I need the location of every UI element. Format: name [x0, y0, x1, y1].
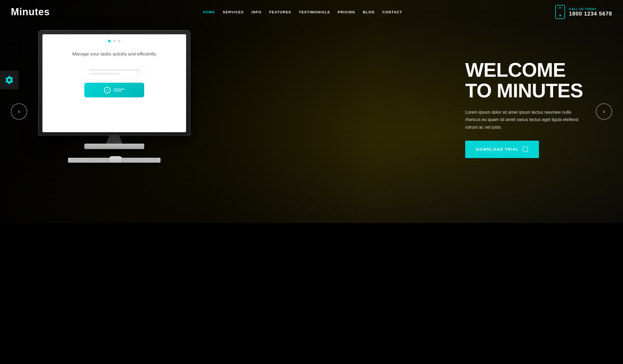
monitor-base-shadow	[79, 150, 150, 152]
phone-text-block: CALL US TODAY 1800 1234 5678	[569, 7, 612, 17]
hero-content: WELCOME TO MINUTES Lorem ipsum dolor sit…	[465, 60, 596, 158]
check-icon: ✓	[104, 87, 110, 93]
phone-number[interactable]: 1800 1234 5678	[569, 11, 612, 17]
btn-lines	[114, 89, 125, 91]
dot-inactive-1	[113, 40, 116, 42]
keyboard	[68, 158, 161, 163]
dot-active	[108, 40, 111, 42]
btn-line-1	[114, 89, 125, 90]
card-line-short	[89, 73, 119, 75]
monitor-neck	[106, 135, 122, 144]
download-arrow-icon: ↓	[523, 147, 528, 152]
monitor-outer: Manage your tasks quickly and efficientl…	[38, 30, 190, 163]
settings-button[interactable]	[0, 71, 18, 89]
hero-section: Minutes HOME SERVICES INFO FEATURES TEST…	[0, 0, 623, 223]
site-header: Minutes HOME SERVICES INFO FEATURES TEST…	[0, 0, 623, 24]
screen-tagline: Manage your tasks quickly and efficientl…	[72, 51, 156, 58]
btn-line-2	[114, 91, 122, 91]
hero-title-line1: WELCOME	[465, 59, 566, 81]
nav-item-info[interactable]: INFO	[251, 10, 261, 14]
chevron-right-icon: ›	[603, 108, 605, 115]
download-trial-button[interactable]: DOWNLOAD TRIAL ↓	[465, 141, 539, 158]
nav-item-contact[interactable]: CONTACT	[383, 10, 402, 14]
screen-dots	[108, 40, 121, 42]
keyboard-wrapper	[38, 152, 190, 163]
nav-item-blog[interactable]: BLOG	[363, 10, 375, 14]
phone-icon	[555, 5, 565, 19]
main-nav: HOME SERVICES INFO FEATURES TESTIMONIALS…	[203, 10, 402, 14]
phone-cta: CALL US TODAY 1800 1234 5678	[555, 5, 612, 19]
monitor-screen: Manage your tasks quickly and efficientl…	[42, 34, 186, 132]
hero-description: Lorem ipsum dolor sit amet ipsum lectus …	[465, 109, 579, 131]
hero-title: WELCOME TO MINUTES	[465, 60, 596, 101]
nav-item-pricing[interactable]: PRICING	[338, 10, 355, 14]
card-icon	[137, 71, 141, 75]
nav-item-features[interactable]: FEATURES	[269, 10, 291, 14]
dot-inactive-2	[118, 40, 121, 42]
call-label: CALL US TODAY	[569, 7, 612, 11]
gear-icon	[5, 75, 14, 85]
hero-title-line2: TO MINUTES	[465, 80, 583, 101]
site-logo[interactable]: Minutes	[11, 6, 50, 18]
slider-prev-button[interactable]: ‹	[11, 103, 27, 120]
screen-cta: ✓	[84, 83, 144, 97]
card-line-full	[89, 69, 140, 71]
nav-item-testimonials[interactable]: TESTIMONIALS	[299, 10, 330, 14]
screen-card-1	[84, 66, 144, 79]
mouse	[109, 156, 122, 163]
chevron-left-icon: ‹	[18, 108, 20, 115]
nav-item-home[interactable]: HOME	[203, 10, 215, 14]
monitor-bezel: Manage your tasks quickly and efficientl…	[38, 30, 190, 135]
monitor-display: Manage your tasks quickly and efficientl…	[27, 30, 201, 163]
monitor-base	[84, 144, 144, 149]
slider-next-button[interactable]: ›	[596, 103, 612, 120]
download-label: DOWNLOAD TRIAL	[476, 147, 519, 152]
nav-item-services[interactable]: SERVICES	[223, 10, 244, 14]
